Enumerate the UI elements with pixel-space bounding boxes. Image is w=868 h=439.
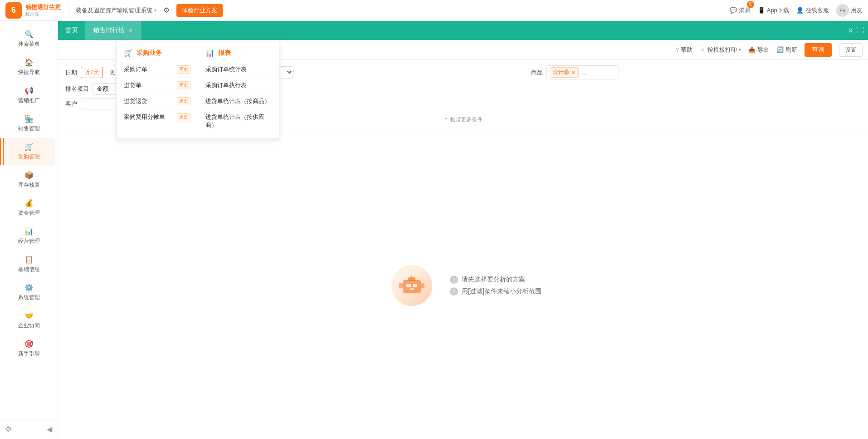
date-7days-btn[interactable]: 近7天 <box>81 67 103 78</box>
refresh-icon: 🔄 <box>776 46 784 53</box>
svg-rect-0 <box>403 280 421 293</box>
menu-item-report-incoming-goods[interactable]: 进货单统计表（按商品） <box>205 94 272 109</box>
sidebar-bottom: ⚙ ◀ <box>0 419 58 439</box>
sidebar-item-quick-nav[interactable]: 🏠 快捷导航 <box>3 54 55 81</box>
tab-maximize-icon[interactable]: ⛶ <box>857 26 864 35</box>
sidebar-item-sales[interactable]: 🏪 销售管理 <box>3 110 55 137</box>
menu-item-report-order-stat[interactable]: 采购订单统计表 <box>205 62 272 78</box>
sidebar-item-enterprise[interactable]: 🤝 企业协同 <box>3 307 55 334</box>
collapse-chevron-icon: ⌃ <box>444 117 448 123</box>
goods-filter: 商品 设计桑 ✕ ... <box>531 65 861 79</box>
tab-bar-right: ✕ ⛶ <box>848 21 868 40</box>
online-service-item[interactable]: 👤 在线客服 <box>796 6 829 15</box>
order-status-dropdown-icon: ▾ <box>288 70 290 75</box>
empty-tips: 1 请先选择要分析的方案 2 用[过滤]条件来缩小分析范围 <box>450 276 541 296</box>
tab-bar: 首页 销售排行榜 ✕ ✕ ⛶ <box>58 21 868 40</box>
menu-item-purchase-incoming[interactable]: 进货单 历史 <box>124 78 190 94</box>
phone-icon: 📱 <box>758 7 765 14</box>
enterprise-icon: 🤝 <box>24 311 34 320</box>
sidebar-item-newbie[interactable]: 🎯 新手引导 <box>3 335 55 362</box>
avatar: Ea <box>836 4 849 17</box>
menu-item-purchase-expense[interactable]: 采购费用分摊单 历史 <box>124 109 190 125</box>
logo-area: 6 畅捷通好生意 标准版 <box>5 2 61 19</box>
svg-rect-1 <box>406 284 411 287</box>
settings-button[interactable]: 设置 <box>839 43 863 57</box>
app-download-item[interactable]: 📱 App下载 <box>758 6 789 15</box>
inventory-icon: 📦 <box>24 171 34 179</box>
print-dropdown-icon[interactable]: ▾ <box>739 47 741 52</box>
empty-robot-icon <box>398 271 425 300</box>
basic-info-icon: 📋 <box>24 255 34 264</box>
svg-rect-2 <box>413 284 417 287</box>
report-col-icon: 📊 <box>205 49 215 57</box>
report-col-header: 📊 报表 <box>205 46 272 62</box>
svg-rect-6 <box>399 283 403 288</box>
menu-item-report-order-exec[interactable]: 采购订单执行表 <box>205 78 272 94</box>
goods-label: 商品 <box>531 69 543 77</box>
newbie-icon: 🎯 <box>24 340 34 348</box>
settings-icon-btn[interactable]: ⚙ <box>160 4 173 17</box>
empty-state: 1 请先选择要分析的方案 2 用[过滤]条件来缩小分析范围 <box>58 132 868 439</box>
sidebar-item-search[interactable]: 🔍 搜索菜单 <box>3 25 55 53</box>
export-action[interactable]: 📤 导出 <box>748 46 769 54</box>
system-chevron-icon[interactable]: ▾ <box>154 8 156 13</box>
query-button[interactable]: 查询 <box>805 43 832 57</box>
tab-close-icon[interactable]: ✕ <box>128 27 133 34</box>
top-bar-right: 💬 消息 6 📱 App下载 👤 在线客服 Ea 用友 <box>730 4 863 17</box>
purchase-icon: 🛒 <box>24 143 34 151</box>
report-col: 📊 报表 采购订单统计表 采购订单执行表 进货单统计表（按商品） 进货单统计表（… <box>198 46 279 133</box>
goods-tag: 设计桑 ✕ <box>550 67 579 78</box>
top-bar: 6 畅捷通好生意 标准版 装备及固定资产辅助管理系统 ▾ ⚙ 体验行业方案 💬 … <box>0 0 868 21</box>
tip-num-2: 2 <box>450 287 458 296</box>
empty-content: 1 请先选择要分析的方案 2 用[过滤]条件来缩小分析范围 <box>385 258 541 313</box>
refresh-action[interactable]: 🔄 刷新 <box>776 46 797 54</box>
export-icon: 📤 <box>748 46 756 53</box>
empty-illustration <box>385 258 439 313</box>
message-badge: 6 <box>747 1 754 8</box>
help-action[interactable]: ? 帮助 <box>676 46 692 54</box>
settings-bottom-icon[interactable]: ⚙ <box>5 425 12 434</box>
sidebar-item-purchase[interactable]: 🛒 采购管理 <box>3 138 55 165</box>
goods-tag-close[interactable]: ✕ <box>571 69 575 76</box>
collapse-sidebar-icon[interactable]: ◀ <box>47 425 52 434</box>
menu-item-purchase-return[interactable]: 进货退货 历史 <box>124 94 190 109</box>
active-indicator <box>3 138 4 165</box>
svg-rect-5 <box>411 276 412 278</box>
sidebar-item-finance[interactable]: 💰 资金管理 <box>3 194 55 222</box>
operations-icon: 📊 <box>24 227 34 236</box>
svg-rect-3 <box>410 288 414 290</box>
sidebar: 🔍 搜索菜单 🏠 快捷导航 📢 营销推广 🏪 销售管理 🛒 采购管理 � <box>0 21 58 439</box>
menu-item-report-incoming-supplier[interactable]: 进货单统计表（按供应商） <box>205 109 272 133</box>
svg-rect-4 <box>408 277 415 281</box>
message-nav-item[interactable]: 💬 消息 6 <box>730 6 751 15</box>
sidebar-item-basic-info[interactable]: 📋 基础信息 <box>3 251 55 278</box>
industry-btn[interactable]: 体验行业方案 <box>176 4 223 17</box>
date-label: 日期 <box>65 69 77 77</box>
sidebar-item-operations[interactable]: 📊 经营管理 <box>3 222 55 250</box>
tab-home[interactable]: 首页 <box>58 21 86 40</box>
tab-sales-rank[interactable]: 销售排行榜 ✕ <box>86 21 141 40</box>
hist-badge-2: 历史 <box>177 97 190 105</box>
rank-item-label: 排名项目 <box>65 85 89 93</box>
goods-tag-container[interactable]: 设计桑 ✕ ... <box>546 65 619 79</box>
divider <box>68 5 68 16</box>
hist-badge-1: 历史 <box>177 81 190 89</box>
sidebar-item-inventory[interactable]: 📦 库存核算 <box>3 166 55 193</box>
svg-rect-7 <box>421 283 424 288</box>
logo-sublabel: 标准版 <box>25 11 61 18</box>
message-icon: 💬 <box>730 7 737 14</box>
menu-item-purchase-order[interactable]: 采购订单 历史 <box>124 62 190 78</box>
print-action[interactable]: 🖨 按模板打印 ▾ <box>700 46 741 54</box>
tab-close-window-icon[interactable]: ✕ <box>848 26 853 35</box>
goods-ellipsis[interactable]: ... <box>581 69 587 76</box>
tip-num-1: 1 <box>450 276 458 284</box>
purchase-col: 🛒 采购业务 采购订单 历史 进货单 历史 进货退货 历史 采购费用分摊单 <box>117 46 198 133</box>
app-name: 畅捷通好生意 <box>25 3 61 11</box>
sidebar-item-marketing[interactable]: 📢 营销推广 <box>3 82 55 109</box>
sidebar-item-sys-mgmt[interactable]: ⚙️ 系统管理 <box>3 279 55 306</box>
hist-badge-3: 历史 <box>177 113 190 121</box>
customer-label: 客户 <box>65 100 77 108</box>
service-icon: 👤 <box>796 7 804 14</box>
salesperson-filter: 业务员 ... <box>181 84 861 94</box>
user-menu-item[interactable]: Ea 用友 <box>836 4 863 17</box>
